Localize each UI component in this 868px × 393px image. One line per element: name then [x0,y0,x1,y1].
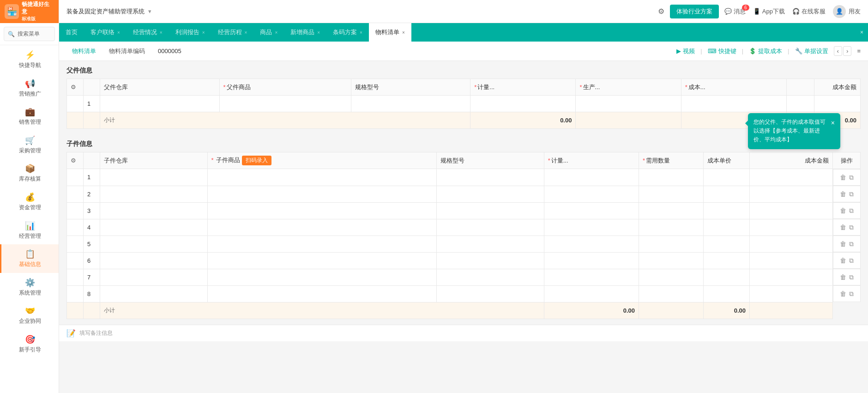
copy-btn-8[interactable]: ⧉ [849,290,854,298]
nav-prev-button[interactable]: ‹ [834,46,842,56]
close-all-tabs[interactable]: × [856,29,868,36]
child-cell-unit-6[interactable] [544,252,639,269]
child-cell-unit-7[interactable] [544,269,639,285]
child-cell-warehouse-1[interactable] [100,169,208,186]
copy-btn-6[interactable]: ⧉ [849,257,854,265]
child-cell-unitcost-6[interactable] [704,252,750,269]
trial-button[interactable]: 体验行业方案 [670,5,719,18]
tab-home[interactable]: 首页 [59,23,84,42]
child-cell-spec-6[interactable] [437,252,544,269]
view-video-button[interactable]: ▶ 视频 [676,47,695,55]
system-dropdown-arrow[interactable]: ▾ [148,8,151,15]
child-cell-unit-1[interactable] [544,169,639,186]
child-cell-quantity-8[interactable] [639,285,704,302]
delete-btn-4[interactable]: 🗑 [840,224,846,231]
tooltip-close-button[interactable]: × [831,118,835,128]
child-cell-warehouse-4[interactable] [100,219,208,236]
child-cell-spec-3[interactable] [437,202,544,219]
copy-btn-1[interactable]: ⧉ [849,174,854,181]
child-cell-spec-5[interactable] [437,236,544,252]
child-cell-warehouse-5[interactable] [100,236,208,252]
copy-btn-3[interactable]: ⧉ [849,207,854,215]
parent-cell-production-1[interactable] [576,96,681,112]
tab-profit-close[interactable]: × [202,30,205,35]
message-button[interactable]: 💬 消息 6 [724,7,746,16]
child-settings-gear-icon[interactable]: ⚙ [71,157,76,164]
child-cell-product-5[interactable] [207,236,437,252]
sidebar-item-system[interactable]: ⚙️ 系统管理 [0,273,59,302]
child-cell-spec-7[interactable] [437,269,544,285]
sidebar-item-enterprise[interactable]: 🤝 企业协同 [0,301,59,330]
tab-product[interactable]: 商品 × [253,23,284,42]
child-cell-unit-4[interactable] [544,219,639,236]
nav-next-button[interactable]: › [843,46,851,56]
child-cell-unitcost-4[interactable] [704,219,750,236]
child-cell-product-6[interactable] [207,252,437,269]
tab-bom-close[interactable]: × [402,30,405,35]
delete-btn-5[interactable]: 🗑 [840,240,846,248]
child-cell-product-4[interactable] [207,219,437,236]
child-cell-warehouse-2[interactable] [100,186,208,202]
child-cell-unit-2[interactable] [544,186,639,202]
sidebar-item-purchase[interactable]: 🛒 采购管理 [0,131,59,159]
child-cell-quantity-1[interactable] [639,169,704,186]
delete-btn-1[interactable]: 🗑 [840,174,846,181]
tab-barcode[interactable]: 条码方案 × [326,23,369,42]
delete-btn-8[interactable]: 🗑 [840,290,846,298]
copy-btn-7[interactable]: ⧉ [849,273,854,281]
cost-button[interactable]: 💲 提取成本 [749,47,782,55]
sidebar-item-finance[interactable]: 💰 资金管理 [0,187,59,216]
child-cell-unitcost-8[interactable] [704,285,750,302]
shortcut-button[interactable]: ⌨ 快捷键 [708,47,736,55]
doc-settings-button[interactable]: 🔧 单据设置 [795,47,828,55]
tab-new-product-close[interactable]: × [317,30,320,35]
child-cell-quantity-6[interactable] [639,252,704,269]
copy-btn-5[interactable]: ⧉ [849,240,854,248]
sidebar-item-marketing[interactable]: 📢 营销推广 [0,74,59,103]
child-cell-quantity-7[interactable] [639,269,704,285]
child-cell-unitcost-7[interactable] [704,269,750,285]
child-cell-warehouse-7[interactable] [100,269,208,285]
tab-barcode-close[interactable]: × [360,30,362,35]
sidebar-item-inventory[interactable]: 📦 库存核算 [0,159,59,187]
copy-btn-2[interactable]: ⧉ [849,190,854,198]
sidebar-item-sales[interactable]: 💼 销售管理 [0,102,59,131]
user-menu[interactable]: 👤 用友 [833,5,861,18]
child-cell-unit-3[interactable] [544,202,639,219]
child-cell-unit-5[interactable] [544,236,639,252]
tab-product-close[interactable]: × [275,30,277,35]
delete-btn-7[interactable]: 🗑 [840,273,846,281]
sidebar-item-basic-info[interactable]: 📋 基础信息 [0,244,59,273]
grid-view-button[interactable]: ≡ [857,48,861,54]
tab-operations[interactable]: 经营情况 × [127,23,169,42]
child-cell-quantity-3[interactable] [639,202,704,219]
tab-history-close[interactable]: × [245,30,247,35]
child-cell-product-2[interactable] [207,186,437,202]
parent-cell-spec-1[interactable] [351,96,470,112]
child-cell-product-7[interactable] [207,269,437,285]
child-cell-unitcost-2[interactable] [704,186,750,202]
online-service-button[interactable]: 🎧 在线客服 [792,7,826,16]
parent-cell-cost-1[interactable] [681,96,786,112]
child-cell-unit-8[interactable] [544,285,639,302]
child-cell-product-8[interactable] [207,285,437,302]
child-cell-spec-1[interactable] [437,169,544,186]
tab-history[interactable]: 经营历程 × [211,23,254,42]
delete-btn-2[interactable]: 🗑 [840,190,846,198]
parent-cell-product-1[interactable] [219,96,351,112]
child-cell-quantity-5[interactable] [639,236,704,252]
delete-btn-6[interactable]: 🗑 [840,257,846,265]
sub-tab-bom-list[interactable]: 物料清单 [66,44,102,59]
tab-customer-close[interactable]: × [117,30,120,35]
child-cell-quantity-2[interactable] [639,186,704,202]
delete-btn-3[interactable]: 🗑 [840,207,846,215]
sub-tab-bom-code[interactable]: 物料清单编码 [103,44,151,59]
child-cell-unitcost-1[interactable] [704,169,750,186]
copy-btn-4[interactable]: ⧉ [849,224,854,231]
tab-profit[interactable]: 利润报告 × [169,23,211,42]
tab-operations-close[interactable]: × [160,30,163,35]
child-cell-quantity-4[interactable] [639,219,704,236]
child-cell-product-3[interactable] [207,202,437,219]
child-cell-warehouse-3[interactable] [100,202,208,219]
sidebar-item-guide[interactable]: 🎯 新手引导 [0,330,59,358]
